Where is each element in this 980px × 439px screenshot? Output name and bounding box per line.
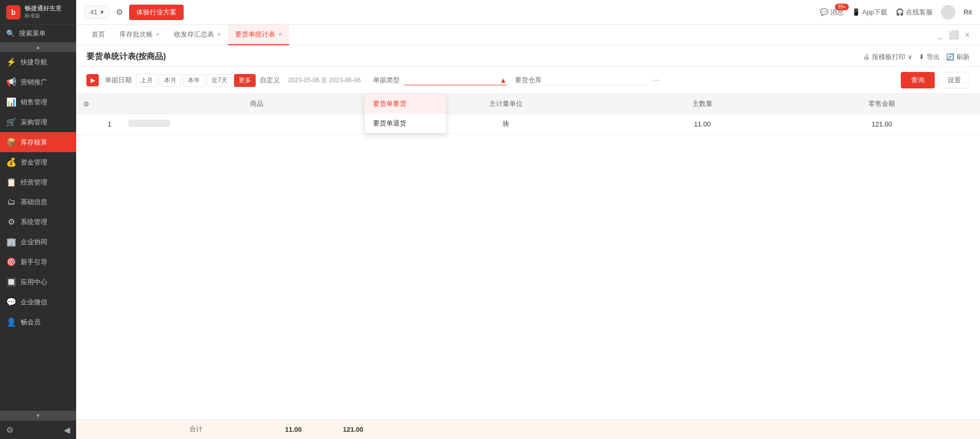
- sidebar-item-wechat[interactable]: 💬 企业微信: [0, 292, 76, 312]
- sidebar-bottom: ⚙ ◀: [0, 420, 76, 439]
- row-setting: [76, 114, 97, 134]
- tabs-bar: 首页 库存批次账 × 收发存汇总表 × 要货单统计表 × _ ⬜ ×: [76, 25, 980, 45]
- operations-icon: 📋: [6, 177, 16, 187]
- date-btn-more[interactable]: 更多: [234, 74, 256, 87]
- tab-order-stats-close[interactable]: ×: [278, 31, 282, 38]
- sidebar-item-label: 采购管理: [21, 118, 47, 127]
- tab-order-stats[interactable]: 要货单统计表 ×: [228, 25, 289, 45]
- print-label: 按模板打印: [872, 52, 905, 62]
- tab-batch-account-label: 库存批次账: [119, 30, 153, 39]
- collapse-icon[interactable]: ◀: [64, 425, 70, 435]
- filter-settings-btn[interactable]: 设置: [939, 72, 970, 88]
- date-range-text: 2023-05-06 至 2023-06-06: [288, 76, 361, 85]
- sidebar-item-purchase[interactable]: 🛒 采购管理: [0, 112, 76, 132]
- table-area: ⚙ 商品 主计量单位 主数量 零售金额 1: [76, 94, 980, 419]
- page-header: 要货单统计表(按商品) 🖨 按模板打印 ∨ ⬇ 导出 🔄 刷新: [76, 45, 980, 67]
- type-input-wrap: ▲: [404, 75, 507, 85]
- search-menu[interactable]: 🔍 搜索菜单: [0, 25, 76, 42]
- tab-batch-account-close[interactable]: ×: [156, 31, 159, 38]
- export-btn[interactable]: ⬇ 导出: [919, 52, 940, 62]
- dropdown-item-order-return[interactable]: 要货单退货: [365, 114, 446, 133]
- filter-expand-btn[interactable]: ▶: [86, 74, 99, 86]
- warehouse-more-icon[interactable]: ···: [653, 76, 660, 85]
- settings-icon[interactable]: ⚙: [6, 425, 13, 435]
- col-header-product: 商品: [122, 94, 391, 114]
- col-header-no: [97, 94, 122, 114]
- data-table: ⚙ 商品 主计量单位 主数量 零售金额 1: [76, 94, 980, 134]
- tab-home[interactable]: 首页: [84, 25, 112, 45]
- search-label: 搜索菜单: [19, 29, 46, 38]
- col-header-setting[interactable]: ⚙: [76, 94, 97, 114]
- query-btn[interactable]: 查询: [901, 72, 935, 88]
- message-btn[interactable]: 💬 消息 99+: [820, 8, 844, 17]
- quick-nav-icon: ⚡: [6, 57, 16, 67]
- product-placeholder: [129, 120, 170, 127]
- tab-close-all-icon[interactable]: ×: [963, 30, 972, 40]
- filter-actions: 查询 设置: [901, 72, 970, 88]
- export-label: 导出: [926, 52, 940, 62]
- logo-sub: 标准版: [25, 12, 62, 20]
- sidebar-item-marketing[interactable]: 📢 营销推广: [0, 72, 76, 92]
- app-download-btn[interactable]: 📱 App下载: [852, 8, 887, 17]
- tab-receive-summary-close[interactable]: ×: [217, 31, 221, 38]
- refresh-label: 刷新: [956, 52, 970, 62]
- company-selector[interactable]: 41 ▾: [84, 6, 110, 19]
- dropdown-item-order-goods[interactable]: 要货单要货: [365, 94, 446, 114]
- type-arrow-up-icon[interactable]: ▲: [500, 76, 507, 84]
- settings-gear-icon[interactable]: ⚙: [116, 7, 123, 17]
- sidebar-item-newbie[interactable]: 🎯 新手引导: [0, 252, 76, 272]
- warehouse-label: 要货仓库: [515, 76, 542, 85]
- tab-batch-account[interactable]: 库存批次账 ×: [112, 25, 167, 45]
- sidebar-item-label: 应用中心: [21, 278, 47, 287]
- total-qty: 11.00: [285, 426, 302, 433]
- tab-minimize-icon[interactable]: _: [936, 30, 945, 40]
- filter-type-group: 单据类型 ▲: [373, 75, 507, 85]
- refresh-btn[interactable]: 🔄 刷新: [946, 52, 970, 62]
- sidebar-item-label: 库存核算: [21, 138, 47, 147]
- page-content: 要货单统计表(按商品) 🖨 按模板打印 ∨ ⬇ 导出 🔄 刷新 ▶: [76, 45, 980, 439]
- scroll-down-indicator[interactable]: ▼: [0, 411, 76, 420]
- inventory-icon: 📦: [6, 137, 16, 147]
- sidebar-logo: b 畅捷通好生意 标准版: [0, 0, 76, 25]
- company-selector-text: 41: [90, 8, 97, 16]
- sidebar-item-quick-nav[interactable]: ⚡ 快捷导航: [0, 52, 76, 72]
- main-area: 41 ▾ ⚙ 体验行业方案 💬 消息 99+ 📱 App下载 🎧 在线客服 Ri…: [76, 0, 980, 439]
- phone-icon: 📱: [852, 8, 860, 16]
- sidebar-item-sales[interactable]: 📊 销售管理: [0, 92, 76, 112]
- online-service-btn[interactable]: 🎧 在线客服: [896, 8, 933, 17]
- date-btn-7days[interactable]: 近7天: [207, 74, 232, 87]
- scroll-up-indicator[interactable]: ▲: [0, 42, 76, 52]
- table-header-row: ⚙ 商品 主计量单位 主数量 零售金额: [76, 94, 980, 114]
- type-input[interactable]: [404, 75, 507, 85]
- col-header-qty: 主数量: [621, 94, 783, 114]
- finance-icon: 💰: [6, 157, 16, 167]
- warehouse-input[interactable]: [546, 75, 647, 85]
- tab-maximize-icon[interactable]: ⬜: [947, 30, 961, 40]
- row-product: [122, 114, 391, 134]
- expand-icon[interactable]: ∨: [907, 53, 913, 61]
- sidebar-item-label: 快捷导航: [21, 58, 47, 67]
- sidebar-item-basic[interactable]: 🗂 基础信息: [0, 192, 76, 212]
- row-qty: 11.00: [621, 114, 783, 134]
- message-badge: 99+: [835, 4, 849, 10]
- sidebar-item-operations[interactable]: 📋 经营管理: [0, 172, 76, 192]
- total-label: 合计: [189, 425, 203, 434]
- sidebar-item-inventory[interactable]: 📦 库存核算: [0, 132, 76, 152]
- sidebar-item-enterprise[interactable]: 🏢 企业协同: [0, 232, 76, 252]
- row-amount: 121.00: [783, 114, 980, 134]
- sidebar-item-label: 资金管理: [21, 158, 47, 167]
- sidebar-item-system[interactable]: ⚙ 系统管理: [0, 212, 76, 232]
- date-btn-this-month[interactable]: 本月: [159, 74, 181, 87]
- tab-receive-summary[interactable]: 收发存汇总表 ×: [167, 25, 228, 45]
- sidebar-item-label: 经营管理: [21, 178, 47, 187]
- print-template-btn[interactable]: 🖨 按模板打印 ∨: [863, 52, 913, 62]
- sidebar-item-finance[interactable]: 💰 资金管理: [0, 152, 76, 172]
- service-icon: 🎧: [896, 8, 904, 16]
- sidebar-item-apps[interactable]: 🔲 应用中心: [0, 272, 76, 292]
- trial-btn[interactable]: 体验行业方案: [129, 5, 184, 20]
- user-avatar[interactable]: [941, 5, 955, 20]
- custom-date-label[interactable]: 自定义: [260, 76, 280, 85]
- date-btn-last-month[interactable]: 上月: [136, 74, 157, 87]
- sidebar-item-member[interactable]: 👤 畅会员: [0, 312, 76, 332]
- date-btn-this-year[interactable]: 本年: [183, 74, 205, 87]
